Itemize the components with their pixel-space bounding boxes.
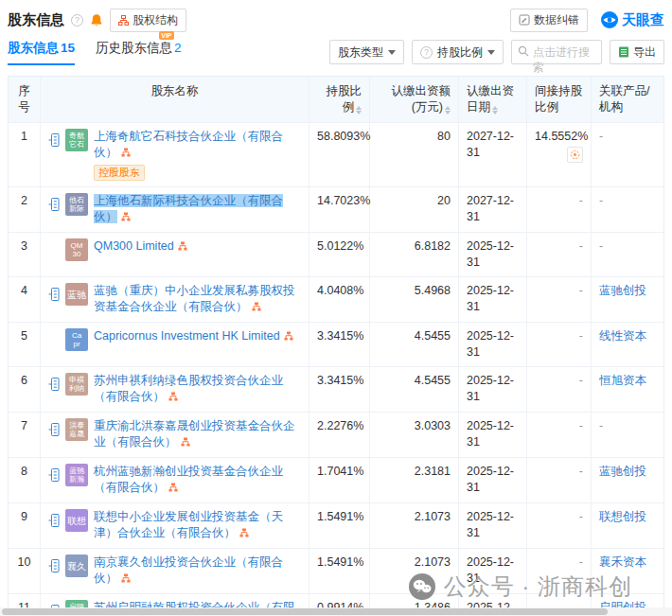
expand-icon[interactable]	[48, 197, 60, 217]
table-row: 6 申祺 利纳 苏州申祺利纳绿色股权投资合伙企业（有限合伙）	[9, 367, 663, 413]
ratio-value: 1.5491%	[309, 549, 370, 593]
shareholder-avatar: 蓝驰 新瀚	[65, 464, 88, 486]
brand-name: 天眼查	[622, 11, 664, 29]
related-link[interactable]: 蓝驰创投	[599, 284, 646, 297]
equity-mini-icon[interactable]	[121, 210, 131, 226]
date-value: 2027-12-31	[459, 187, 527, 232]
related-link[interactable]: 联想创投	[599, 510, 646, 523]
eye-logo-icon	[601, 11, 618, 28]
indirect-value: 14.5552%	[535, 130, 588, 143]
column-header-name: 股东名称	[41, 77, 309, 122]
avatar-text: QM	[71, 241, 83, 250]
related-link[interactable]: 恒旭资本	[599, 374, 646, 387]
indirect-value: -	[579, 239, 583, 253]
column-header-date[interactable]: 认缴出资日期	[459, 77, 527, 122]
avatar-text: 联想	[67, 516, 86, 526]
expand-icon[interactable]	[48, 422, 60, 442]
related-link[interactable]: 蓝驰创投	[599, 465, 646, 478]
sort-icon[interactable]	[356, 106, 362, 114]
expand-icon[interactable]	[48, 467, 60, 487]
amount-value: 4.5455	[370, 323, 459, 366]
horizontal-scrollbar[interactable]	[0, 607, 672, 616]
row-index: 7	[9, 413, 41, 457]
search-input[interactable]: 点击进行搜索	[511, 40, 602, 64]
ratio-filter-label: 持股比例	[437, 44, 483, 61]
export-button[interactable]: 导出	[610, 40, 664, 64]
shareholder-name-link[interactable]: 苏州申祺利纳绿色股权投资合伙企业（有限合伙）	[94, 374, 283, 403]
shareholder-avatar: Ca pr	[65, 328, 88, 351]
bell-icon[interactable]	[90, 13, 103, 27]
avatar-text: 他石	[69, 196, 84, 204]
ratio-filter-dropdown[interactable]: 持股比例	[412, 40, 504, 64]
avatar-text: 奇航	[69, 132, 84, 140]
related-link[interactable]: -	[599, 194, 603, 207]
column-header-ratio[interactable]: 持股比例	[309, 77, 370, 122]
shareholder-name-link[interactable]: 蓝驰（重庆）中小企业发展私募股权投资基金合伙企业（有限合伙）	[94, 284, 295, 313]
expand-icon[interactable]	[48, 287, 60, 307]
shareholder-name-link[interactable]: 杭州蓝驰新瀚创业投资基金合伙企业（有限合伙）	[94, 465, 283, 494]
related-link[interactable]: 襄禾资本	[599, 555, 646, 569]
table-row: 3 QM 30 QM300 Limited 5.0122%	[9, 233, 663, 277]
vip-badge: VIP	[159, 31, 173, 40]
sort-icon[interactable]	[445, 106, 451, 114]
ratio-value: 5.0122%	[309, 233, 370, 276]
related-link[interactable]: -	[599, 130, 603, 143]
amount-value: 6.8182	[370, 233, 459, 276]
expand-icon[interactable]	[48, 132, 60, 152]
column-header-indirect: 间接持股比例	[527, 77, 592, 122]
equity-mini-icon[interactable]	[121, 572, 131, 588]
ratio-value: 14.7023%	[309, 187, 370, 232]
equity-mini-icon[interactable]	[168, 390, 178, 406]
scrollbar-thumb[interactable]	[2, 608, 608, 615]
shareholder-name-link[interactable]: QM300 Limited	[94, 239, 174, 253]
help-icon[interactable]	[71, 14, 83, 26]
shareholder-name-link[interactable]: Capricornus Investment HK Limited	[94, 329, 280, 343]
indirect-detail-icon[interactable]	[567, 147, 583, 163]
sort-icon[interactable]	[492, 106, 498, 114]
shareholder-type-label: 股东类型	[338, 44, 383, 61]
data-correction-button[interactable]: 数据纠错	[510, 9, 588, 32]
date-value: 2025-12-31	[459, 367, 527, 412]
row-index: 8	[9, 458, 41, 502]
expand-icon[interactable]	[48, 558, 60, 578]
related-link[interactable]: -	[599, 419, 603, 432]
avatar-text: 蓝驰	[69, 466, 84, 475]
expand-icon[interactable]	[48, 513, 60, 533]
indirect-value: -	[579, 194, 583, 207]
shareholder-name-link[interactable]: 联想中小企业发展创业投资基金（天津）合伙企业（有限合伙）	[94, 510, 283, 539]
tab-history-shareholders[interactable]: VIP 历史股东信息2	[96, 40, 182, 65]
avatar-text: 新际	[69, 204, 84, 213]
related-link[interactable]: -	[599, 239, 603, 253]
column-header-related: 关联产品/机构	[592, 77, 663, 122]
equity-structure-button[interactable]: 股权结构	[110, 9, 186, 32]
shareholder-name-link[interactable]: 重庆渝北洪泰嘉晟创业投资基金合伙企业（有限合伙）	[94, 419, 295, 449]
indirect-value: -	[579, 555, 583, 569]
shareholder-type-dropdown[interactable]: 股东类型	[329, 40, 404, 64]
expand-icon[interactable]	[48, 377, 60, 396]
column-header-amount[interactable]: 认缴出资额(万元)	[370, 77, 459, 122]
section-header: 股东信息 股权结构 数据纠错 天眼查	[8, 8, 664, 32]
equity-mini-icon[interactable]	[168, 481, 178, 497]
shareholder-avatar: QM 30	[65, 238, 88, 261]
tab-current-shareholders[interactable]: 股东信息15	[8, 40, 75, 65]
equity-mini-icon[interactable]	[252, 300, 261, 316]
row-index: 9	[9, 503, 41, 548]
ratio-value: 3.3415%	[309, 367, 370, 412]
amount-value: 20	[370, 187, 459, 232]
indirect-value: -	[579, 374, 583, 387]
equity-mini-icon[interactable]	[239, 526, 249, 542]
equity-mini-icon[interactable]	[121, 146, 131, 162]
table-row: 9 联想 联想中小企业发展创业投资基金（天津）合伙企业（有限合伙）	[9, 503, 663, 549]
equity-mini-icon[interactable]	[284, 329, 293, 345]
date-value: 2025-12-31	[459, 503, 527, 548]
equity-mini-icon[interactable]	[181, 435, 190, 451]
shareholder-avatar: 洪泰 嘉晟	[65, 418, 88, 441]
amount-value: 3.0303	[370, 413, 459, 457]
amount-value: 80	[370, 123, 459, 186]
avatar-text: 30	[73, 250, 81, 258]
org-chart-icon	[118, 15, 129, 26]
shareholder-tabs: 股东信息15 VIP 历史股东信息2	[8, 40, 182, 65]
equity-mini-icon[interactable]	[178, 239, 187, 255]
related-link[interactable]: 线性资本	[599, 329, 646, 343]
shareholder-avatar: 襄久	[65, 554, 88, 577]
